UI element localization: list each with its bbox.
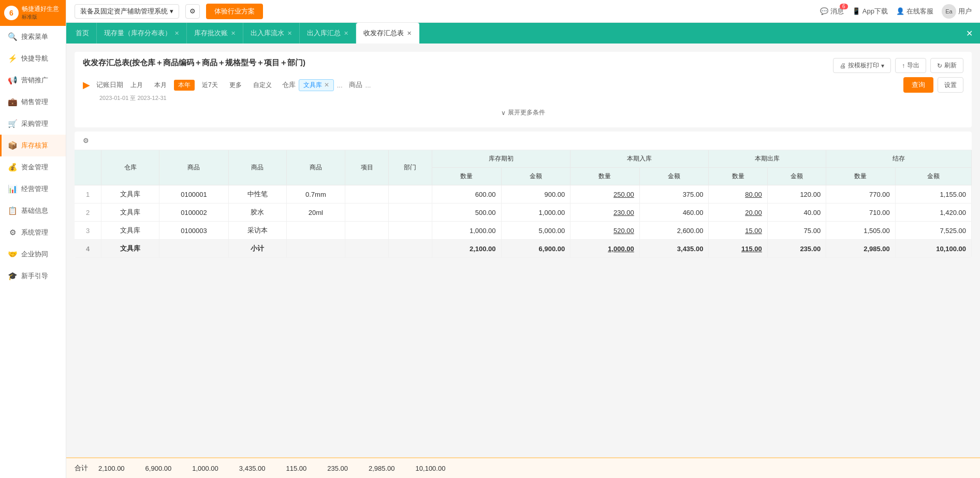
tab-close-icon[interactable]: ✕: [231, 30, 236, 37]
user-menu[interactable]: Ea 用户: [942, 4, 972, 19]
logo-icon: 6: [4, 6, 19, 20]
expand-more-button[interactable]: ∨ 展开更多条件: [501, 108, 545, 117]
sidebar-item-5[interactable]: 📦库存核算: [0, 135, 66, 156]
warehouse-ellipsis[interactable]: ...: [337, 81, 343, 89]
warehouse-tag-text: 文具库: [303, 81, 322, 90]
avatar: Ea: [942, 4, 956, 19]
cell-product-name: 采访本: [228, 222, 286, 240]
cell-out-qty[interactable]: 20.00: [709, 204, 767, 222]
th-in-amt: 金额: [639, 168, 709, 185]
cell-num: 2: [75, 204, 101, 222]
sidebar-label-6: 资金管理: [21, 163, 48, 172]
sidebar-icon-0: 🔍: [8, 32, 17, 41]
page-content: 收发存汇总表(按仓库＋商品编码＋商品＋规格型号＋项目＋部门) 🖨 按模板打印 ▾…: [66, 44, 980, 457]
system-selector[interactable]: 装备及固定资产辅助管理系统 ▾: [75, 4, 179, 19]
cell-opening-amt: 5,000.00: [501, 222, 571, 240]
sidebar-label-5: 库存核算: [21, 141, 48, 150]
date-filter: 记账日期 上月 本月 本年 近7天 更多 自定义: [96, 80, 276, 91]
export-button[interactable]: ↑ 导出: [895, 58, 926, 73]
sidebar-label-8: 基础信息: [21, 206, 48, 215]
settings-button[interactable]: ⚙: [185, 4, 200, 19]
settings-button[interactable]: 设置: [938, 77, 963, 93]
tab-close-icon[interactable]: ✕: [287, 30, 292, 37]
tab-summary[interactable]: 出入库汇总 ✕: [300, 23, 356, 44]
cell-product-spec: [286, 240, 345, 258]
filter-expand-arrow[interactable]: ▶: [83, 79, 90, 91]
sidebar-item-8[interactable]: 📋基础信息: [0, 200, 66, 222]
sidebar-item-0[interactable]: 🔍搜索菜单: [0, 26, 66, 48]
product-ellipsis[interactable]: ...: [365, 81, 371, 89]
cell-in-qty[interactable]: 230.00: [571, 204, 640, 222]
total-opening-qty: 2,100.00: [98, 465, 125, 472]
tab-close-icon[interactable]: ✕: [174, 30, 179, 37]
cell-in-qty: 1,000.00: [571, 240, 640, 258]
print-button[interactable]: 🖨 按模板打印 ▾: [833, 58, 891, 73]
sidebar-label-11: 新手引导: [21, 271, 48, 281]
warehouse-label: 仓库: [282, 80, 296, 90]
tab-inventory-dist[interactable]: 现存量（库存分布表） ✕: [97, 23, 187, 44]
column-settings-icon[interactable]: ⚙: [83, 137, 89, 144]
cell-num: 1: [75, 185, 101, 204]
warehouse-tag-remove[interactable]: ✕: [324, 81, 329, 89]
total-balance-qty: 2,985.00: [369, 465, 395, 472]
cell-in-qty[interactable]: 250.00: [571, 185, 640, 204]
cell-out-qty[interactable]: 80.00: [709, 185, 767, 204]
tab-close-icon[interactable]: ✕: [344, 30, 348, 37]
sidebar-nav: 🔍搜索菜单⚡快捷导航📢营销推广💼销售管理🛒采购管理📦库存核算💰资金管理📊经营管理…: [0, 26, 66, 478]
sidebar-item-9[interactable]: ⚙系统管理: [0, 222, 66, 243]
date-btn-7days[interactable]: 近7天: [198, 80, 222, 91]
tab-close-icon[interactable]: ✕: [407, 30, 412, 37]
cell-project: [345, 240, 389, 258]
header-left: 装备及固定资产辅助管理系统 ▾ ⚙ 体验行业方案: [75, 4, 263, 19]
sidebar-item-1[interactable]: ⚡快捷导航: [0, 48, 66, 69]
sidebar-item-7[interactable]: 📊经营管理: [0, 178, 66, 200]
online-service-button[interactable]: 👤 在线客服: [896, 7, 933, 16]
sidebar-label-10: 企业协同: [21, 250, 48, 259]
tab-flow[interactable]: 出入库流水 ✕: [243, 23, 300, 44]
tab-label: 首页: [76, 28, 89, 38]
notification-button[interactable]: 💬 消息 6: [820, 7, 844, 16]
cell-opening-qty: 1,000.00: [432, 222, 501, 240]
cell-product-spec: [286, 222, 345, 240]
tab-label: 出入库流水: [251, 28, 284, 38]
sidebar-icon-11: 🎓: [8, 271, 17, 281]
table-row: 4 文具库 小计 2,100.00 6,900.00 1,000.00 3,43…: [75, 240, 972, 258]
sidebar-item-10[interactable]: 🤝企业协同: [0, 243, 66, 265]
header-right: 💬 消息 6 📱 App下载 👤 在线客服 Ea 用户: [820, 4, 972, 19]
app-download-button[interactable]: 📱 App下载: [852, 7, 888, 16]
cell-warehouse: 文具库: [101, 204, 159, 222]
product-label: 商品: [349, 80, 362, 90]
cell-department: [389, 222, 432, 240]
query-button[interactable]: 查询: [903, 77, 933, 93]
sidebar-icon-3: 💼: [8, 97, 17, 107]
totals-bar: 合计 2,100.00 6,900.00 1,000.00 3,435.00 1…: [66, 457, 980, 478]
sidebar-item-4[interactable]: 🛒采购管理: [0, 113, 66, 135]
date-btn-last-month[interactable]: 上月: [126, 80, 147, 91]
cell-in-qty[interactable]: 520.00: [571, 222, 640, 240]
tab-batch[interactable]: 库存批次账 ✕: [187, 23, 243, 44]
tab-bar-close-button[interactable]: ✕: [959, 28, 980, 38]
print-icon: 🖨: [840, 62, 846, 69]
sidebar-item-3[interactable]: 💼销售管理: [0, 91, 66, 113]
total-in-qty: 1,000.00: [192, 465, 218, 472]
refresh-button[interactable]: ↻ 刷新: [930, 58, 963, 73]
tab-stock-summary[interactable]: 收发存汇总表 ✕: [356, 23, 419, 44]
date-btn-this-month[interactable]: 本月: [150, 80, 171, 91]
date-btn-custom[interactable]: 自定义: [249, 80, 276, 91]
cell-num: 3: [75, 222, 101, 240]
sidebar-item-6[interactable]: 💰资金管理: [0, 156, 66, 178]
tab-home[interactable]: 首页: [68, 23, 97, 44]
total-opening-amt: 6,900.00: [145, 465, 172, 472]
cell-out-qty: 115.00: [709, 240, 767, 258]
sidebar-logo: 6 畅捷通好生意 标准版: [0, 0, 66, 26]
try-industry-button[interactable]: 体验行业方案: [206, 4, 263, 19]
sidebar-item-11[interactable]: 🎓新手引导: [0, 265, 66, 287]
cell-balance-amt: 7,525.00: [895, 222, 971, 240]
sidebar-icon-7: 📊: [8, 184, 17, 194]
date-btn-this-year[interactable]: 本年: [174, 80, 195, 91]
total-in-amt: 3,435.00: [239, 465, 266, 472]
warehouse-filter: 仓库 文具库 ✕ ...: [282, 79, 343, 91]
cell-out-qty[interactable]: 15.00: [709, 222, 767, 240]
date-btn-more[interactable]: 更多: [225, 80, 246, 91]
sidebar-item-2[interactable]: 📢营销推广: [0, 69, 66, 91]
